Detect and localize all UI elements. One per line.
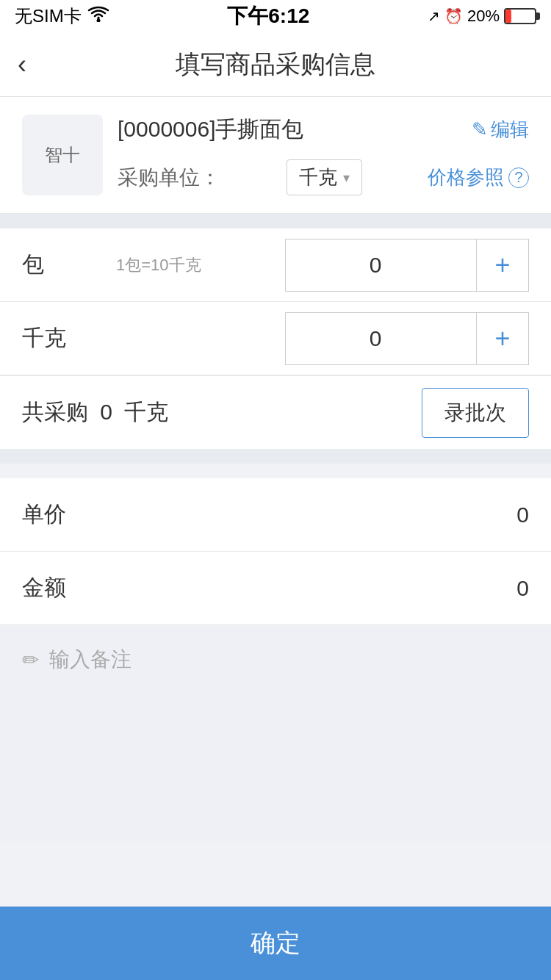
- svg-point-0: [96, 19, 100, 23]
- status-right: ↗ ⏰ 20%: [428, 7, 536, 26]
- note-section[interactable]: ✏ 输入备注: [0, 625, 551, 694]
- input-section: 包 1包=10千克 + 千克 + 共采购 0 千克 录批次: [0, 228, 551, 449]
- amount-label: 金额: [22, 573, 66, 603]
- summary-suffix: 千克: [124, 400, 168, 424]
- page-title: 填写商品采购信息: [176, 48, 375, 82]
- status-left: 无SIM卡: [15, 4, 109, 28]
- confirm-button[interactable]: 确定: [0, 907, 551, 980]
- section-divider-1: [0, 214, 551, 228]
- product-card: 智十 [0000006]手撕面包 ✎ 编辑 采购单位： 千克 ▾ 价格参照 ?: [0, 97, 551, 214]
- spacer: [0, 694, 551, 841]
- gps-icon: ↗: [428, 7, 440, 25]
- alarm-icon: ⏰: [444, 7, 463, 25]
- kg-plus-button[interactable]: +: [476, 312, 529, 365]
- bao-label: 包: [22, 250, 110, 280]
- price-ref-button[interactable]: 价格参照 ?: [428, 165, 529, 190]
- kg-quantity-input[interactable]: [285, 312, 476, 365]
- pencil-icon: ✏: [22, 648, 39, 672]
- back-button[interactable]: ‹: [18, 49, 26, 80]
- bao-quantity-input[interactable]: [285, 239, 476, 292]
- wifi-icon: [87, 6, 109, 26]
- product-logo: 智十: [22, 115, 103, 195]
- battery-percent: 20%: [467, 7, 500, 26]
- status-time: 下午6:12: [227, 2, 309, 30]
- purchase-unit-label: 采购单位：: [118, 164, 220, 192]
- status-bar: 无SIM卡 下午6:12 ↗ ⏰ 20%: [0, 0, 551, 32]
- edit-button[interactable]: ✎ 编辑: [472, 117, 529, 143]
- summary-quantity: 0: [100, 400, 112, 424]
- unit-price-value: 0: [516, 502, 529, 527]
- price-ref-label: 价格参照: [428, 165, 504, 190]
- bao-input-right: +: [285, 239, 529, 292]
- batch-button[interactable]: 录批次: [422, 388, 529, 438]
- note-placeholder: 输入备注: [49, 646, 132, 674]
- bottom-area: 确定: [0, 907, 551, 980]
- info-icon: ?: [508, 167, 529, 188]
- amount-row: 金额 0: [0, 552, 551, 625]
- bao-plus-button[interactable]: +: [476, 239, 529, 292]
- summary-prefix: 共采购: [22, 400, 88, 424]
- chevron-down-icon: ▾: [343, 170, 350, 186]
- section-divider-2: [0, 449, 551, 464]
- purchase-unit-row: 采购单位： 千克 ▾ 价格参照 ?: [118, 159, 529, 195]
- product-name-row: [0000006]手撕面包 ✎ 编辑: [118, 115, 529, 145]
- kg-label: 千克: [22, 323, 110, 353]
- summary-text: 共采购 0 千克: [22, 397, 168, 428]
- unit-price-label: 单价: [22, 500, 66, 530]
- bao-sub: 1包=10千克: [116, 254, 201, 276]
- unit-value: 千克: [299, 165, 337, 190]
- unit-select[interactable]: 千克 ▾: [287, 159, 362, 195]
- edit-icon: ✎: [472, 118, 488, 141]
- kg-input-row: 千克 +: [0, 302, 551, 375]
- edit-label: 编辑: [491, 117, 529, 143]
- bao-input-row: 包 1包=10千克 +: [0, 228, 551, 302]
- product-name: [0000006]手撕面包: [118, 115, 303, 145]
- price-section: 单价 0 金额 0: [0, 478, 551, 625]
- nav-bar: ‹ 填写商品采购信息: [0, 32, 551, 97]
- carrier-label: 无SIM卡: [15, 4, 82, 28]
- battery-icon: [504, 8, 536, 24]
- logo-text: 智十: [45, 143, 80, 167]
- kg-input-right: +: [285, 312, 529, 365]
- unit-price-row: 单价 0: [0, 478, 551, 552]
- amount-value: 0: [516, 576, 529, 601]
- product-info: [0000006]手撕面包 ✎ 编辑 采购单位： 千克 ▾ 价格参照 ?: [118, 115, 529, 195]
- summary-row: 共采购 0 千克 录批次: [0, 375, 551, 449]
